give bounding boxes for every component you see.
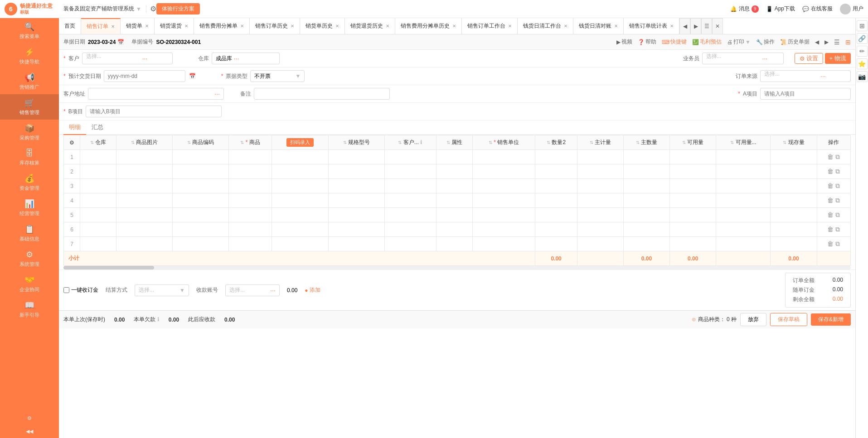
cell-available-qty2[interactable] bbox=[716, 208, 771, 222]
th-qty2[interactable]: ⇅ 数量2 bbox=[535, 135, 577, 150]
th-product-image[interactable]: ⇅ 商品图片 bbox=[116, 135, 173, 150]
b-project-input[interactable] bbox=[86, 106, 222, 117]
tab-close-icon[interactable]: ✕ bbox=[670, 24, 674, 29]
cell-sales-unit[interactable] bbox=[472, 179, 535, 193]
cell-sales-unit[interactable] bbox=[472, 193, 535, 208]
cell-attribute[interactable] bbox=[436, 179, 472, 193]
help-btn[interactable]: ❓ 帮助 bbox=[638, 38, 656, 46]
tab-expense-history[interactable]: 销售费用分摊单历史 ✕ bbox=[395, 18, 462, 34]
tab-close-icon[interactable]: ✕ bbox=[240, 24, 244, 29]
cell-warehouse[interactable] bbox=[80, 164, 116, 179]
sidebar-item-operation[interactable]: 📊 经营管理 bbox=[0, 195, 59, 221]
calendar-icon[interactable]: 📅 bbox=[117, 39, 124, 45]
cell-qty2[interactable] bbox=[535, 222, 577, 237]
cell-main-qty[interactable] bbox=[623, 150, 669, 164]
cell-main-unit[interactable] bbox=[577, 237, 623, 251]
cell-product-code[interactable] bbox=[173, 237, 229, 251]
cell-attribute[interactable] bbox=[436, 237, 472, 251]
cell-stock-qty[interactable] bbox=[771, 164, 817, 179]
add-btn[interactable]: ● 添加 bbox=[305, 286, 320, 294]
th-customer-code[interactable]: ⇅ 客户... ℹ bbox=[384, 135, 436, 150]
cell-warehouse[interactable] bbox=[80, 193, 116, 208]
sidebar-item-search[interactable]: 🔍 搜索菜单 bbox=[0, 18, 59, 43]
row-copy-btn[interactable]: ⧉ bbox=[834, 167, 841, 176]
cell-main-qty[interactable] bbox=[623, 179, 669, 193]
cell-main-unit[interactable] bbox=[577, 164, 623, 179]
cell-scan[interactable] bbox=[272, 193, 329, 208]
history-btn[interactable]: 📜 历史单据 bbox=[780, 38, 810, 46]
th-stock-qty[interactable]: ⇅ 现存量 bbox=[771, 135, 817, 150]
draft-btn[interactable]: 保存草稿 bbox=[770, 313, 807, 326]
row-delete-btn[interactable]: 🗑 bbox=[826, 239, 834, 248]
next-record-btn[interactable]: ▶ bbox=[824, 39, 829, 45]
cell-product[interactable] bbox=[229, 179, 272, 193]
tab-invoice-history[interactable]: 销货单历史 ✕ bbox=[300, 18, 345, 34]
cell-spec[interactable] bbox=[329, 150, 385, 164]
cell-available-qty[interactable] bbox=[670, 193, 716, 208]
cell-available-qty[interactable] bbox=[670, 208, 716, 222]
th-attribute[interactable]: ⇅ 属性 bbox=[436, 135, 472, 150]
sidebar-item-inventory[interactable]: 🗄 库存核算 bbox=[0, 145, 59, 170]
tab-close-icon[interactable]: ✕ bbox=[184, 24, 188, 29]
tab-sales-stats[interactable]: 销售订单统计表 ✕ bbox=[624, 18, 679, 34]
row-copy-btn[interactable]: ⧉ bbox=[834, 152, 841, 162]
save-new-btn[interactable]: 保存&新增 bbox=[811, 313, 851, 326]
cell-product-code[interactable] bbox=[173, 193, 229, 208]
system-selector[interactable]: 装备及固定资产辅助管理系统 ▼ bbox=[59, 5, 146, 13]
user-area[interactable]: 用户 bbox=[840, 4, 863, 14]
horizontal-scrollbar[interactable] bbox=[63, 266, 851, 270]
cell-attribute[interactable] bbox=[436, 222, 472, 237]
tab-sales-order[interactable]: 销售订单 ✕ bbox=[81, 18, 121, 34]
cell-product-image[interactable] bbox=[116, 164, 173, 179]
receipt-ellipsis[interactable]: ··· bbox=[270, 287, 276, 294]
staff-input[interactable]: 选择... ··· bbox=[702, 53, 784, 64]
cell-sales-unit[interactable] bbox=[472, 150, 535, 164]
cell-product-image[interactable] bbox=[116, 222, 173, 237]
address-input[interactable]: ··· bbox=[88, 88, 224, 100]
cell-available-qty[interactable] bbox=[670, 150, 716, 164]
tab-menu-btn[interactable]: ☰ bbox=[701, 18, 712, 34]
sidebar-item-finance[interactable]: 💰 资金管理 bbox=[0, 170, 59, 195]
cell-product[interactable] bbox=[229, 237, 272, 251]
print-btn[interactable]: 🖨 打印 ▼ bbox=[727, 38, 751, 46]
row-delete-btn[interactable]: 🗑 bbox=[826, 196, 834, 205]
cell-warehouse[interactable] bbox=[80, 208, 116, 222]
tab-home[interactable]: 首页 bbox=[59, 18, 81, 34]
cell-stock-qty[interactable] bbox=[771, 193, 817, 208]
cell-customer-code[interactable] bbox=[384, 208, 436, 222]
settlement-select[interactable]: 选择... ▼ bbox=[135, 284, 189, 296]
cell-main-qty[interactable] bbox=[623, 193, 669, 208]
one-click-checkbox-input[interactable] bbox=[63, 287, 69, 293]
row-copy-btn[interactable]: ⧉ bbox=[834, 210, 841, 220]
cell-main-qty[interactable] bbox=[623, 222, 669, 237]
cell-stock-qty[interactable] bbox=[771, 179, 817, 193]
grid-view-btn[interactable]: ⊞ bbox=[845, 39, 851, 46]
cell-scan[interactable] bbox=[272, 164, 329, 179]
warehouse-input[interactable]: 成品库 ··· bbox=[212, 53, 280, 64]
cell-product-image[interactable] bbox=[116, 179, 173, 193]
profit-btn[interactable]: 💹 毛利预估 bbox=[692, 38, 722, 46]
cell-product-code[interactable] bbox=[173, 222, 229, 237]
cell-product-code[interactable] bbox=[173, 164, 229, 179]
cell-main-qty[interactable] bbox=[623, 208, 669, 222]
tab-sales-return[interactable]: 销货退货 ✕ bbox=[155, 18, 194, 34]
cell-scan[interactable] bbox=[272, 222, 329, 237]
cell-spec[interactable] bbox=[329, 164, 385, 179]
sidebar-item-purchase[interactable]: 📦 采购管理 bbox=[0, 120, 59, 145]
app-download-btn[interactable]: 📱 App下载 bbox=[766, 5, 795, 13]
tab-close-icon[interactable]: ✕ bbox=[291, 24, 294, 29]
cell-product-code[interactable] bbox=[173, 208, 229, 222]
prev-record-btn[interactable]: ◀ bbox=[815, 39, 819, 45]
cell-spec[interactable] bbox=[329, 179, 385, 193]
tab-summary[interactable]: 汇总 bbox=[86, 120, 109, 134]
order-source-ellipsis[interactable]: ··· bbox=[820, 72, 826, 80]
tab-close-icon[interactable]: ✕ bbox=[145, 24, 149, 29]
tab-workbench[interactable]: 销售订单工作台 ✕ bbox=[462, 18, 518, 34]
tab-next-btn[interactable]: ▶ bbox=[690, 18, 701, 34]
cell-sales-unit[interactable] bbox=[472, 222, 535, 237]
tab-close-icon[interactable]: ✕ bbox=[508, 24, 512, 29]
customer-input[interactable]: 选择... ··· bbox=[82, 53, 173, 64]
cell-product-image[interactable] bbox=[116, 208, 173, 222]
cell-main-qty[interactable] bbox=[623, 237, 669, 251]
tab-close-icon[interactable]: ✕ bbox=[386, 24, 389, 29]
